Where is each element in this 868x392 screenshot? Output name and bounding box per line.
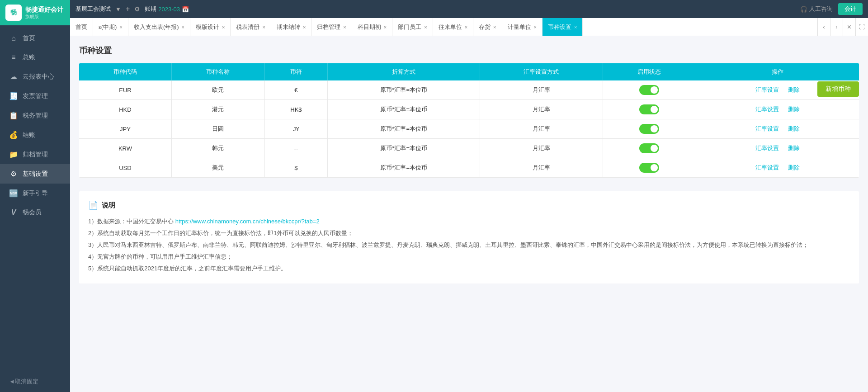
tab-close-template[interactable]: × — [222, 24, 225, 30]
settings-icon: ⚙ — [9, 170, 18, 178]
calendar-icon[interactable]: 📅 — [182, 6, 189, 13]
member-icon: V — [9, 208, 18, 217]
add-tab-button[interactable]: + — [126, 5, 130, 13]
sidebar-item-home[interactable]: ⌂ 首页 — [0, 29, 70, 48]
sidebar-item-guide[interactable]: 🆕 新手引导 — [0, 184, 70, 203]
user-role-button[interactable]: 会计 — [838, 3, 863, 15]
guide-icon: 🆕 — [9, 189, 18, 198]
tab-close-all-button[interactable]: × — [843, 18, 855, 36]
sidebar-item-member[interactable]: V 畅会员 — [0, 203, 70, 222]
tab-expand-button[interactable]: ⛶ — [855, 18, 868, 36]
cell-symbol-2: J¥ — [264, 119, 328, 139]
tab-close-dept[interactable]: × — [424, 24, 427, 30]
delete-link-4[interactable]: 删除 — [788, 164, 800, 171]
tab-mid[interactable]: ε(中期) × — [93, 18, 128, 36]
toggle-0[interactable] — [639, 85, 659, 95]
tab-bar-right: ‹ › × ⛶ — [817, 18, 868, 36]
delete-link-1[interactable]: 删除 — [788, 106, 800, 113]
header-settings-icon[interactable]: ⚙ — [134, 5, 140, 13]
tab-close-currency[interactable]: × — [574, 24, 577, 30]
sidebar-logo: 畅 畅捷通好会计 旗舰版 — [0, 0, 70, 25]
rate-setting-link-0[interactable]: 汇率设置 — [755, 86, 779, 93]
sidebar-item-invoice[interactable]: 🧾 发票管理 — [0, 86, 70, 106]
app-logo-text: 畅捷通好会计 旗舰版 — [25, 5, 63, 20]
cell-symbol-4: $ — [264, 158, 328, 178]
rate-setting-link-4[interactable]: 汇率设置 — [755, 164, 779, 171]
ledger-icon: ≡ — [9, 53, 18, 61]
cell-calc-1: 原币*汇率=本位币 — [328, 100, 480, 119]
cell-code-3: KRW — [79, 139, 171, 158]
cell-calc-3: 原币*汇率=本位币 — [328, 139, 480, 158]
main-content: 币种设置 新增币种 币种代码 币种名称 币符 折算方式 汇率设置方式 启用状态 … — [70, 36, 868, 392]
notes-section: 📄 说明 1）数据来源：中国外汇交易中心 https://www.chinamo… — [79, 191, 859, 283]
table-row: JPY 日圆 J¥ 原币*汇率=本位币 月汇率 汇率设置 删除 — [79, 119, 859, 139]
delete-link-2[interactable]: 删除 — [788, 125, 800, 132]
sidebar-item-checkout[interactable]: 💰 结账 — [0, 125, 70, 145]
new-currency-button[interactable]: 新增币种 — [817, 81, 859, 97]
tab-close-customer[interactable]: × — [465, 24, 467, 30]
cell-rate-type-3: 月汇率 — [480, 139, 603, 158]
page-title: 币种设置 — [79, 45, 859, 56]
tab-close-inventory[interactable]: × — [493, 24, 496, 30]
cell-name-4: 美元 — [171, 158, 264, 178]
sidebar-item-ledger[interactable]: ≡ 总账 — [0, 48, 70, 67]
tab-home[interactable]: 首页 — [70, 18, 93, 36]
tab-customer[interactable]: 往来单位 × — [433, 18, 473, 36]
delete-link-0[interactable]: 删除 — [788, 86, 800, 93]
tab-archivemgr[interactable]: 归档管理 × — [311, 18, 352, 36]
rate-setting-link-1[interactable]: 汇率设置 — [755, 106, 779, 113]
tab-period[interactable]: 期末结转 × — [271, 18, 311, 36]
app-logo-icon: 畅 — [5, 5, 22, 21]
tab-income[interactable]: 收入支出表(年报) × — [128, 18, 190, 36]
toggle-4[interactable] — [639, 163, 659, 173]
tab-close-period[interactable]: × — [303, 24, 306, 30]
tab-currency[interactable]: 币种设置 × — [542, 18, 583, 36]
tab-close-mid[interactable]: × — [119, 24, 122, 30]
tab-template[interactable]: 模版设计 × — [190, 18, 231, 36]
rate-setting-link-3[interactable]: 汇率设置 — [755, 145, 779, 151]
col-header-symbol: 币符 — [264, 63, 328, 80]
notes-link[interactable]: https://www.chinamoney.com.cn/chinese/bk… — [175, 218, 320, 225]
company-dropdown-icon[interactable]: ▼ — [115, 6, 121, 13]
tab-prev-button[interactable]: ‹ — [817, 18, 830, 36]
sidebar-item-tax[interactable]: 📋 税务管理 — [0, 106, 70, 125]
tab-unit[interactable]: 计量单位 × — [502, 18, 542, 36]
cell-status-3 — [603, 139, 696, 158]
col-header-status: 启用状态 — [603, 63, 696, 80]
currency-table: 币种代码 币种名称 币符 折算方式 汇率设置方式 启用状态 操作 EUR 欧元 … — [79, 63, 859, 178]
notes-item-2: 2）系统自动获取每月第一个工作日的汇率标价，统一为直接标价法，即1外币可以兑换的… — [88, 227, 850, 239]
toggle-1[interactable] — [639, 104, 659, 114]
cell-code-1: HKD — [79, 100, 171, 119]
tab-subjects[interactable]: 科目期初 × — [352, 18, 392, 36]
tab-close-subjects[interactable]: × — [384, 24, 387, 30]
cell-actions-3: 汇率设置 删除 — [696, 139, 859, 158]
tab-next-button[interactable]: › — [830, 18, 843, 36]
table-header-row: 币种代码 币种名称 币符 折算方式 汇率设置方式 启用状态 操作 — [79, 63, 859, 80]
sidebar-pin-toggle[interactable]: ◄取消固定 — [0, 371, 70, 392]
toggle-3[interactable] — [639, 143, 659, 153]
tab-taxclear[interactable]: 税表清册 × — [231, 18, 271, 36]
delete-link-3[interactable]: 删除 — [788, 145, 800, 151]
sidebar-item-settings[interactable]: ⚙ 基础设置 — [0, 164, 70, 184]
rate-setting-link-2[interactable]: 汇率设置 — [755, 125, 779, 132]
sidebar-item-reports[interactable]: ☁ 云报表中心 — [0, 67, 70, 86]
cell-actions-4: 汇率设置 删除 — [696, 158, 859, 178]
tab-inventory[interactable]: 存货 × — [473, 18, 502, 36]
cell-code-0: EUR — [79, 80, 171, 100]
tab-close-taxclear[interactable]: × — [262, 24, 265, 30]
headset-icon: 🎧 — [800, 6, 807, 13]
cell-code-2: JPY — [79, 119, 171, 139]
cell-actions-2: 汇率设置 删除 — [696, 119, 859, 139]
header-right: 🎧 人工咨询 会计 — [800, 3, 863, 15]
table-row: HKD 港元 HK$ 原币*汇率=本位币 月汇率 汇率设置 删除 — [79, 100, 859, 119]
notes-item-4: 4）无官方牌价的币种，可以用用户手工维护汇率信息； — [88, 251, 850, 263]
toggle-2[interactable] — [639, 124, 659, 134]
sidebar-item-archive[interactable]: 📁 归档管理 — [0, 145, 70, 164]
tab-close-unit[interactable]: × — [534, 24, 537, 30]
cell-name-1: 港元 — [171, 100, 264, 119]
tab-dept[interactable]: 部门员工 × — [392, 18, 433, 36]
help-button[interactable]: 🎧 人工咨询 — [800, 5, 833, 13]
company-name: 基层工会测试 — [75, 5, 111, 13]
tab-close-archivemgr[interactable]: × — [343, 24, 346, 30]
tab-close-income[interactable]: × — [182, 24, 184, 30]
